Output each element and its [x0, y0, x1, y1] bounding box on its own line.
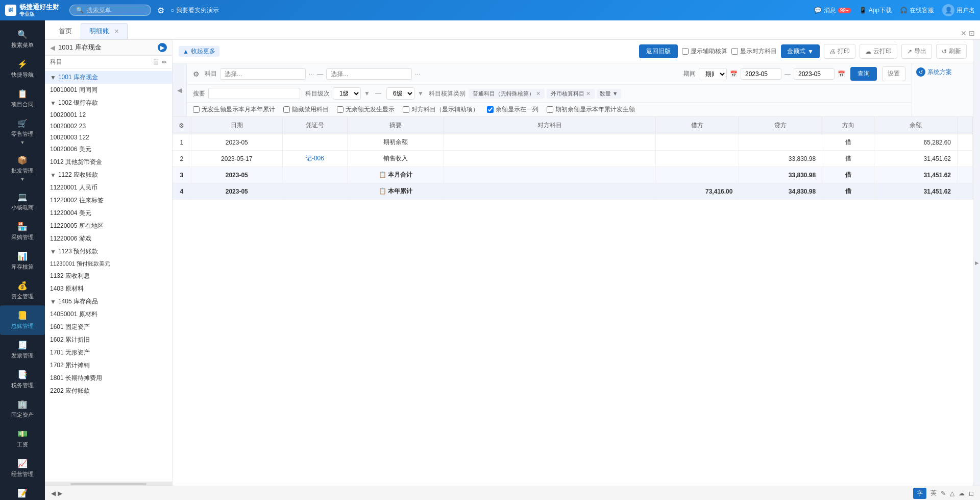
online-service-btn[interactable]: 🎧 在线客服	[900, 6, 934, 15]
filter-opt-show-aux[interactable]: 对方科目（显示辅助项）	[403, 105, 479, 114]
opt-balance-one-input[interactable]	[487, 106, 494, 113]
calendar-icon-right[interactable]: 📅	[838, 70, 845, 78]
sidebar-item-purchase[interactable]: 🏪 采购管理	[0, 217, 45, 246]
scroll-left-btn[interactable]: ◀	[51, 490, 56, 497]
bottom-icon-4[interactable]: ◻	[969, 490, 974, 497]
sidebar-item-wholesale[interactable]: 📦 批发管理 ▼	[0, 150, 45, 187]
tree-item-1012[interactable]: 1012 其他货币资金	[45, 156, 172, 169]
tab-close-btn[interactable]: ✕	[114, 28, 119, 34]
subject-more-btn[interactable]: ···	[309, 70, 314, 78]
tree-item-11220006[interactable]: 11220006 游戏	[45, 232, 172, 245]
refresh-btn[interactable]: ↺ 刷新	[936, 44, 967, 59]
date-from-input[interactable]	[741, 68, 781, 80]
sidebar-item-ecommerce[interactable]: 💻 小畅电商	[0, 187, 45, 217]
opt-no-balance-input[interactable]	[193, 106, 200, 113]
tab-home[interactable]: 首页	[50, 23, 81, 39]
settings-icon[interactable]: ⚙	[157, 6, 164, 15]
sidebar-item-salary[interactable]: 💵 工资	[0, 424, 45, 454]
cloud-print-btn[interactable]: ☁ 云打印	[860, 44, 897, 59]
sidebar-item-finance[interactable]: 💰 资金管理	[0, 276, 45, 305]
filter-collapse-btn[interactable]: ◀	[173, 63, 187, 116]
tree-item-1001[interactable]: ▼ 1001 库存现金	[45, 71, 172, 84]
page-max-btn[interactable]: ⊡	[969, 29, 975, 37]
sidebar-item-report[interactable]: 📝 小畅报销	[0, 483, 45, 500]
account-expand-btn[interactable]: ▶	[158, 43, 167, 52]
opt-hide-disabled-input[interactable]	[283, 106, 290, 113]
opt-no-balance2-input[interactable]	[337, 106, 344, 113]
lang-btn[interactable]: 字	[913, 488, 926, 499]
sidebar-item-quicknav[interactable]: ⚡ 快捷导航	[0, 54, 45, 84]
print-btn[interactable]: 🖨 打印	[824, 44, 855, 59]
filter-opt-period-balance[interactable]: 期初余额显示本年累计发生额	[547, 105, 635, 114]
subject-input[interactable]	[220, 68, 306, 80]
tree-item-10010001[interactable]: 10010001 同同同	[45, 84, 172, 97]
tree-item-14050001[interactable]: 14050001 原材料	[45, 308, 172, 321]
filter-opt-no-balance[interactable]: 无发生额显示本月本年累计	[193, 105, 275, 114]
account-edit-icon[interactable]: ✏	[162, 59, 167, 66]
sidebar-item-management[interactable]: 📈 经营管理	[0, 454, 45, 483]
qty-tag[interactable]: 数量 ▼	[597, 89, 621, 99]
sidebar-item-assets[interactable]: 🏢 固定资产	[0, 394, 45, 424]
right-expand-panel[interactable]: ▶	[973, 40, 980, 486]
tree-item-1123[interactable]: ▼ 1123 预付账款	[45, 245, 172, 258]
filter-opt-hide-disabled[interactable]: 隐藏禁用科目	[283, 105, 329, 114]
tree-item-10020006[interactable]: 10020006 美元	[45, 143, 172, 156]
sidebar-item-invoice[interactable]: 🧾 发票管理	[0, 335, 45, 365]
summary-input[interactable]	[208, 88, 300, 99]
period-mode-select[interactable]: 期间	[699, 68, 727, 80]
calendar-icon-left[interactable]: 📅	[730, 70, 738, 78]
system-scheme-btn[interactable]: ↺ 系统方案	[916, 67, 969, 77]
date-to-input[interactable]	[794, 68, 835, 80]
tree-item-11220002[interactable]: 11220002 往来标签	[45, 194, 172, 207]
tree-item-1602[interactable]: 1602 累计折旧	[45, 334, 172, 346]
tree-item-11220005[interactable]: 11220005 所在地区	[45, 220, 172, 232]
filter-opt-no-balance2[interactable]: 无余额无发生显示	[337, 105, 395, 114]
bottom-icon-3[interactable]: ☁	[959, 490, 965, 497]
tab-ledger[interactable]: 明细账 ✕	[81, 23, 128, 39]
settings-btn[interactable]: 设置	[882, 66, 905, 81]
tree-item-1801[interactable]: 1801 长期待摊费用	[45, 372, 172, 385]
tree-item-1122[interactable]: ▼ 1122 应收账款	[45, 169, 172, 181]
tree-item-10020002[interactable]: 10020002 23	[45, 121, 172, 132]
show-opposite-input[interactable]	[731, 48, 738, 55]
subject-more-btn-2[interactable]: ···	[415, 70, 420, 78]
return-old-btn[interactable]: 返回旧版	[639, 44, 678, 58]
filter-opt-balance-one[interactable]: 余额显示在一列	[487, 105, 538, 114]
subject-input-2[interactable]	[326, 68, 412, 80]
tree-item-10020003[interactable]: 10020003 122	[45, 132, 172, 143]
opt-show-aux-input[interactable]	[403, 106, 409, 113]
message-btn[interactable]: 💬 消息 99+	[814, 6, 851, 15]
bottom-icon-2[interactable]: △	[950, 490, 954, 497]
search-input[interactable]	[87, 7, 143, 14]
amount-format-btn[interactable]: 金额式 ▼	[781, 44, 820, 58]
user-avatar[interactable]: 👤 用户名	[942, 4, 975, 16]
scroll-right-btn[interactable]: ▶	[58, 490, 62, 497]
tree-item-1132[interactable]: 1132 应收利息	[45, 270, 172, 282]
sidebar-item-tax[interactable]: 📑 税务管理	[0, 365, 45, 394]
table-wrapper[interactable]: ⚙ 日期 凭证号 摘要 对方科目 借方 贷方 方向 余额	[173, 117, 973, 486]
tree-item-1002[interactable]: ▼ 1002 银行存款	[45, 97, 172, 109]
tree-item-1403[interactable]: 1403 原材料	[45, 282, 172, 295]
query-btn[interactable]: 查询	[850, 67, 877, 81]
show-aux-input[interactable]	[682, 48, 689, 55]
cell-voucher[interactable]: 记-006	[283, 151, 348, 167]
collapse-more-btn[interactable]: ▲ 收起更多	[179, 46, 219, 57]
opt-period-balance-input[interactable]	[547, 106, 553, 113]
voucher-link[interactable]: 记-006	[306, 155, 324, 162]
account-list-icon[interactable]: ☰	[153, 59, 159, 66]
tree-item-1701[interactable]: 1701 无形资产	[45, 346, 172, 359]
nav-left-icon[interactable]: ◀	[50, 44, 55, 52]
demo-link[interactable]: ○ 我要看实例演示	[170, 6, 219, 15]
tag-foreign-remove[interactable]: ✕	[586, 90, 591, 97]
tag-normal-remove[interactable]: ✕	[536, 90, 541, 97]
tree-item-1601[interactable]: 1601 固定资产	[45, 321, 172, 334]
table-settings-icon[interactable]: ⚙	[179, 122, 184, 129]
export-btn[interactable]: ↗ 导出	[901, 44, 932, 59]
sidebar-item-retail[interactable]: 🛒 零售管理 ▼	[0, 113, 45, 150]
top-search-box[interactable]: 🔍	[69, 5, 151, 16]
sidebar-item-inventory[interactable]: 📊 库存核算	[0, 246, 45, 276]
show-opposite-checkbox[interactable]: 显示对方科目	[731, 47, 777, 56]
show-aux-checkbox[interactable]: 显示辅助核算	[682, 47, 727, 56]
filter-icon-settings[interactable]: ⚙	[193, 70, 200, 78]
level-from-select[interactable]: 1级2级3级4级5级6级	[333, 87, 361, 100]
